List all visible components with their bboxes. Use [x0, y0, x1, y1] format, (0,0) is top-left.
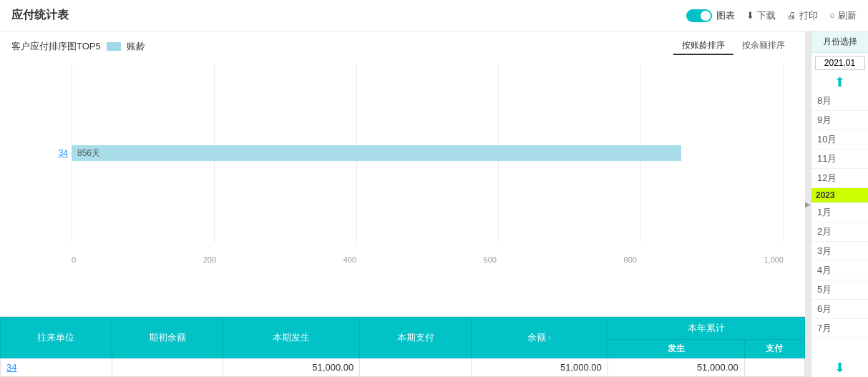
chart-legend: 客户应付排序图TOP5 账龄 [11, 40, 145, 53]
chart-toggle[interactable] [686, 9, 712, 22]
x-tick-800: 800 [624, 255, 637, 264]
scroll-up-button[interactable]: ⬆ [811, 73, 868, 92]
legend-text: 客户应付排序图TOP5 [11, 40, 101, 53]
legend-color-swatch [107, 42, 121, 51]
td-ytd-pay [744, 358, 804, 377]
sidebar-month-11[interactable]: 11月 [811, 150, 868, 169]
x-tick-200: 200 [203, 255, 216, 264]
th-balance: 余额↑ [471, 318, 608, 358]
th-current-pay: 本期支付 [360, 318, 472, 358]
sidebar-month-12[interactable]: 12月 [811, 169, 868, 188]
table-header-row: 往来单位 期初余额 本期发生 本期支付 余额↑ 本年累计 [1, 318, 805, 340]
bar-end-label: 856天 [77, 147, 100, 160]
th-ytd-pay: 支付 [744, 340, 804, 358]
main-content: 客户应付排序图TOP5 账龄 按账龄排序 按余额排序 [0, 31, 868, 377]
sidebar-collapse-divider[interactable]: ▶ [805, 31, 811, 377]
sidebar-month-1[interactable]: 1月 [811, 203, 868, 222]
sidebar-month-10[interactable]: 10月 [811, 130, 868, 150]
table-section: 往来单位 期初余额 本期发生 本期支付 余额↑ 本年累计 发生 支付 [0, 316, 805, 377]
bar-fill [72, 145, 681, 161]
chart-sort: 按账龄排序 按余额排序 [673, 37, 794, 55]
download-icon: ⬇ [746, 10, 754, 21]
download-button[interactable]: ⬇ 下载 [746, 9, 776, 22]
bar-chart: 34 856天 0 200 400 600 800 1,000 [43, 64, 791, 264]
year-input[interactable] [815, 56, 865, 70]
print-button[interactable]: 🖨 打印 [787, 9, 818, 22]
refresh-button[interactable]: ○ 刷新 [829, 9, 857, 22]
sidebar-month-7[interactable]: 7月 [811, 319, 868, 338]
th-ytd-occ: 发生 [608, 340, 744, 358]
sidebar-header-label: 月份选择 [823, 36, 857, 46]
chart-inner: 34 856天 [72, 64, 784, 243]
balance-sort-icon: ↑ [547, 334, 551, 342]
print-icon: 🖨 [787, 10, 796, 21]
td-current-pay [360, 358, 472, 377]
sidebar-year-2023[interactable]: 2023 [811, 188, 868, 203]
app-container: 应付统计表 图表 ⬇ 下载 🖨 打印 ○ 刷新 [0, 0, 868, 377]
x-tick-600: 600 [484, 255, 497, 264]
sidebar-month-3[interactable]: 3月 [811, 242, 868, 261]
x-tick-400: 400 [343, 255, 356, 264]
chart-toggle-container: 图表 [686, 9, 735, 22]
table-row: 34 51,000.00 51,000.00 51,000.00 [1, 358, 805, 377]
sidebar-month-9[interactable]: 9月 [811, 111, 868, 130]
sidebar-month-6[interactable]: 6月 [811, 300, 868, 319]
print-label: 打印 [799, 9, 818, 22]
month-selector-sidebar: 月份选择 ⬆ 8月 9月 10月 11月 12月 2023 1月 2月 3月 4… [811, 31, 868, 377]
sidebar-month-2[interactable]: 2月 [811, 222, 868, 242]
td-opening [112, 358, 223, 377]
x-axis: 0 200 400 600 800 1,000 [72, 255, 784, 264]
th-ytd: 本年累计 [608, 318, 804, 340]
x-tick-0: 0 [72, 255, 76, 264]
th-unit: 往来单位 [1, 318, 112, 358]
header: 应付统计表 图表 ⬇ 下载 🖨 打印 ○ 刷新 [0, 0, 868, 31]
sort-by-age-button[interactable]: 按账龄排序 [673, 37, 733, 55]
refresh-icon: ○ [829, 10, 835, 21]
td-ytd-occ: 51,000.00 [608, 358, 744, 377]
th-current-occ: 本期发生 [223, 318, 360, 358]
sidebar-month-8[interactable]: 8月 [811, 92, 868, 111]
unit-link[interactable]: 34 [6, 362, 16, 373]
scroll-down-button[interactable]: ⬇ [811, 358, 868, 377]
header-actions: 图表 ⬇ 下载 🖨 打印 ○ 刷新 [686, 9, 857, 22]
sort-by-balance-button[interactable]: 按余额排序 [733, 37, 794, 55]
collapse-arrow-icon: ▶ [805, 200, 811, 208]
chart-top: 客户应付排序图TOP5 账龄 按账龄排序 按余额排序 [0, 31, 805, 58]
download-label: 下载 [757, 9, 776, 22]
data-table: 往来单位 期初余额 本期发生 本期支付 余额↑ 本年累计 发生 支付 [0, 317, 805, 377]
chart-area: 34 856天 0 200 400 600 800 1,000 [0, 58, 805, 316]
sidebar-month-4[interactable]: 4月 [811, 261, 868, 280]
x-tick-1000: 1,000 [764, 255, 784, 264]
th-opening: 期初余额 [112, 318, 223, 358]
right-panel: ▶ 月份选择 ⬆ 8月 9月 10月 11月 12月 2023 1月 2月 [805, 31, 868, 377]
chart-section: 客户应付排序图TOP5 账龄 按账龄排序 按余额排序 [0, 31, 805, 377]
sidebar-month-5[interactable]: 5月 [811, 280, 868, 300]
chart-toggle-label: 图表 [716, 9, 735, 22]
bar-row-34: 34 856天 [72, 145, 784, 161]
td-unit: 34 [1, 358, 112, 377]
refresh-label: 刷新 [838, 9, 857, 22]
toggle-knob [701, 11, 711, 21]
page-title: 应付统计表 [11, 8, 69, 23]
legend-color-label: 账龄 [127, 40, 145, 53]
td-current-occ: 51,000.00 [223, 358, 360, 377]
bar-row-label[interactable]: 34 [39, 148, 68, 158]
sidebar-header: 月份选择 [811, 31, 868, 53]
sidebar-months: 8月 9月 10月 11月 12月 2023 1月 2月 3月 4月 5月 6月… [811, 92, 868, 358]
td-balance: 51,000.00 [471, 358, 608, 377]
